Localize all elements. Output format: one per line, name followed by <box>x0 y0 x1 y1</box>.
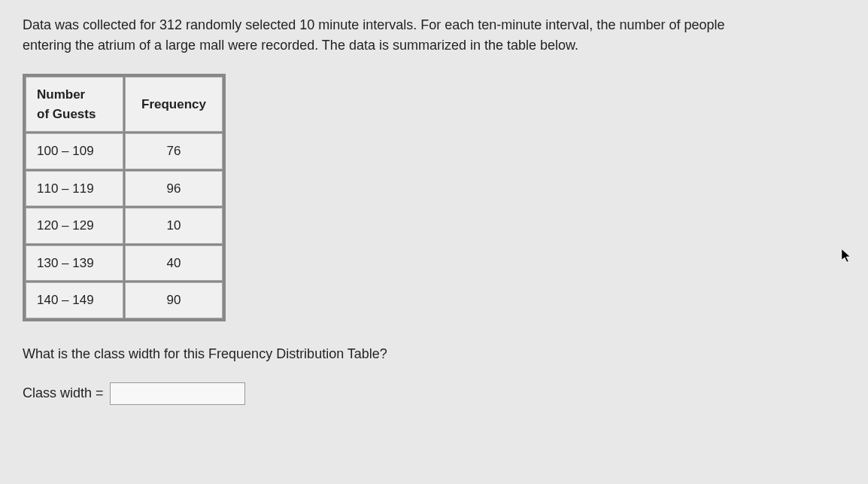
range-cell: 120 – 129 <box>26 208 123 244</box>
problem-intro: Data was collected for 312 randomly sele… <box>23 15 775 56</box>
frequency-cell: 90 <box>125 282 223 318</box>
table-row: 120 – 129 10 <box>26 208 223 244</box>
answer-row: Class width = <box>23 382 845 405</box>
header-col1-line1: Number <box>37 87 85 102</box>
class-width-input[interactable] <box>110 382 245 405</box>
frequency-table: Number of Guests Frequency 100 – 109 76 … <box>23 74 226 321</box>
table-row: 110 – 119 96 <box>26 171 223 207</box>
frequency-cell: 40 <box>125 245 223 282</box>
answer-label: Class width = <box>23 383 104 403</box>
header-frequency: Frequency <box>125 77 223 132</box>
range-cell: 140 – 149 <box>26 282 123 318</box>
range-cell: 130 – 139 <box>26 245 123 282</box>
table-row: 100 – 109 76 <box>26 133 223 169</box>
cursor-icon <box>841 248 853 269</box>
table-header-row: Number of Guests Frequency <box>26 77 223 132</box>
question-text: What is the class width for this Frequen… <box>23 344 845 364</box>
frequency-cell: 10 <box>125 208 223 244</box>
header-number-of-guests: Number of Guests <box>26 77 123 132</box>
frequency-cell: 76 <box>125 133 223 169</box>
range-cell: 110 – 119 <box>26 171 123 207</box>
header-col1-line2: of Guests <box>37 107 96 121</box>
range-cell: 100 – 109 <box>26 133 123 169</box>
frequency-cell: 96 <box>125 171 223 207</box>
table-row: 130 – 139 40 <box>26 245 223 282</box>
table-row: 140 – 149 90 <box>26 282 223 318</box>
